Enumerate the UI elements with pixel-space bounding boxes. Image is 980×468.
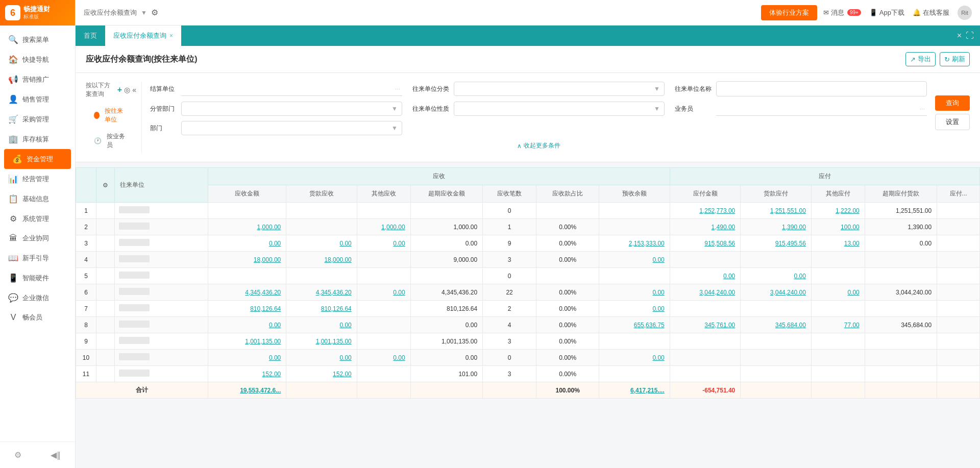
table-cell[interactable]	[670, 366, 741, 382]
table-cell[interactable]: 0.00	[208, 350, 286, 366]
table-cell[interactable]	[741, 333, 812, 350]
table-cell[interactable]	[286, 268, 357, 284]
header-gear-icon[interactable]: ⚙	[151, 8, 158, 17]
table-cell[interactable]	[357, 366, 410, 382]
table-cell[interactable]: 0.00	[741, 268, 812, 284]
table-cell[interactable]: 810,126.64	[286, 301, 357, 317]
table-cell[interactable]: 1,251,551.00	[741, 203, 812, 219]
table-cell[interactable]: 3,044,240.00	[670, 284, 741, 301]
table-cell[interactable]	[599, 219, 670, 235]
table-cell[interactable]	[599, 333, 670, 350]
table-cell[interactable]: 0.00	[208, 235, 286, 252]
table-cell[interactable]: 0.00	[670, 268, 741, 284]
table-cell[interactable]: 345,761.00	[670, 317, 741, 333]
table-cell[interactable]: 0.00	[599, 301, 670, 317]
sidebar-item-base-info[interactable]: 📋 基础信息	[0, 189, 75, 209]
table-cell[interactable]: 0.00	[208, 317, 286, 333]
table-cell[interactable]: 100.00	[811, 219, 865, 235]
sidebar-item-management[interactable]: 📊 经营管理	[0, 169, 75, 189]
settlement-unit-input[interactable]: ···	[181, 82, 402, 96]
sidebar-item-quick-nav[interactable]: 🏠 快捷导航	[0, 50, 75, 69]
table-cell[interactable]: 18,000.00	[208, 252, 286, 268]
settings-button[interactable]: 设置	[935, 114, 970, 130]
total-prepaid[interactable]: 6,417,215....	[599, 382, 670, 399]
sub-nav-by-salesperson[interactable]: 🕐 按业务员	[86, 128, 136, 154]
division-select[interactable]: ▼	[181, 102, 402, 116]
table-cell[interactable]: 0.00	[357, 350, 410, 366]
table-cell[interactable]: 1,222.00	[811, 203, 865, 219]
sidebar-item-marketing[interactable]: 📢 营销推广	[0, 69, 75, 89]
sidebar-item-wechat[interactable]: 💬 企业微信	[0, 288, 75, 308]
sidebar-item-system[interactable]: ⚙ 系统管理	[0, 209, 75, 229]
table-cell[interactable]: 152.00	[208, 366, 286, 382]
refresh-button[interactable]: ↻ 刷新	[940, 52, 970, 66]
table-cell[interactable]: 1,252,773.00	[670, 203, 741, 219]
table-cell[interactable]: 2,153,333.00	[599, 235, 670, 252]
table-cell[interactable]: 0.00	[286, 317, 357, 333]
query-button[interactable]: 查询	[935, 95, 970, 111]
table-cell[interactable]: 0.00	[811, 284, 865, 301]
table-cell[interactable]	[670, 301, 741, 317]
header-online-support-button[interactable]: 🔔 在线客服	[913, 8, 949, 17]
table-cell[interactable]: 1,390.00	[741, 219, 812, 235]
industry-solution-button[interactable]: 体验行业方案	[761, 5, 817, 20]
table-cell[interactable]: 4,345,436.20	[208, 284, 286, 301]
tab-close-all-icon[interactable]: ×	[957, 31, 962, 40]
table-cell[interactable]	[741, 301, 812, 317]
tab-fullscreen-icon[interactable]: ⛶	[966, 31, 974, 40]
table-cell[interactable]	[741, 366, 812, 382]
settings-col-header[interactable]: ⚙	[96, 168, 115, 203]
table-cell[interactable]	[741, 350, 812, 366]
table-cell[interactable]: 345,684.00	[741, 317, 812, 333]
table-cell[interactable]	[811, 333, 865, 350]
table-cell[interactable]	[811, 366, 865, 382]
collapse-filter-button[interactable]: ∧ 收起更多条件	[517, 139, 560, 152]
table-cell[interactable]	[357, 203, 410, 219]
header-dropdown-icon[interactable]: ▼	[141, 9, 147, 16]
table-cell[interactable]: 0.00	[357, 235, 410, 252]
partner-category-select[interactable]: ▼	[454, 82, 665, 96]
table-cell[interactable]	[811, 350, 865, 366]
table-cell[interactable]: 0.00	[599, 284, 670, 301]
filter-add-button[interactable]: +	[117, 85, 122, 94]
sidebar-item-sales[interactable]: 👤 销售管理	[0, 89, 75, 109]
table-cell[interactable]: 152.00	[286, 366, 357, 382]
header-app-download-button[interactable]: 📱 App下载	[869, 8, 904, 17]
sub-nav-by-partner[interactable]: 按往来单位	[86, 103, 136, 128]
table-cell[interactable]	[286, 219, 357, 235]
export-button[interactable]: ↗ 导出	[905, 52, 936, 66]
table-cell[interactable]	[286, 203, 357, 219]
sidebar-item-guide[interactable]: 📖 新手引导	[0, 248, 75, 268]
table-cell[interactable]: 0.00	[286, 350, 357, 366]
table-cell[interactable]: 0.00	[357, 284, 410, 301]
table-cell[interactable]	[208, 268, 286, 284]
table-cell[interactable]: 3,044,240.00	[741, 284, 812, 301]
sidebar-collapse-button[interactable]: ◀‖	[46, 448, 65, 462]
table-cell[interactable]	[357, 301, 410, 317]
salesperson-input[interactable]: ···	[716, 102, 927, 116]
table-cell[interactable]	[599, 268, 670, 284]
table-cell[interactable]	[599, 366, 670, 382]
table-cell[interactable]: 0.00	[599, 350, 670, 366]
table-cell[interactable]	[357, 333, 410, 350]
sidebar-item-finance[interactable]: 💰 资金管理	[4, 149, 71, 169]
table-cell[interactable]: 0.00	[599, 252, 670, 268]
table-cell[interactable]	[357, 252, 410, 268]
sidebar-item-inventory[interactable]: 🏢 库存核算	[0, 129, 75, 149]
sidebar-settings-button[interactable]: ⚙	[10, 448, 26, 462]
table-cell[interactable]: 1,490.00	[670, 219, 741, 235]
sidebar-item-purchase[interactable]: 🛒 采购管理	[0, 109, 75, 129]
table-cell[interactable]	[670, 333, 741, 350]
table-cell[interactable]: 1,001,135.00	[286, 333, 357, 350]
tab-home[interactable]: 首页	[76, 26, 105, 46]
table-cell[interactable]	[208, 203, 286, 219]
user-avatar[interactable]: Rit	[958, 6, 972, 20]
table-cell[interactable]: 1,001,135.00	[208, 333, 286, 350]
tab-close-icon[interactable]: ×	[169, 32, 173, 39]
table-cell[interactable]: 915,495.56	[741, 235, 812, 252]
table-cell[interactable]: 810,126.64	[208, 301, 286, 317]
table-cell[interactable]: 13.00	[811, 235, 865, 252]
partner-nature-select[interactable]: ▼	[454, 102, 665, 116]
sidebar-item-corp[interactable]: 🏛 企业协同	[0, 229, 75, 248]
table-cell[interactable]	[811, 252, 865, 268]
